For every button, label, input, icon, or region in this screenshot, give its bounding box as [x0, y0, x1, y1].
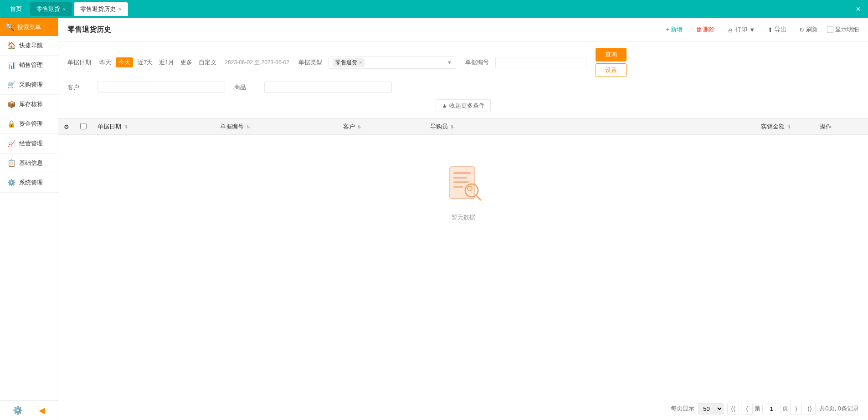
customer-filter-label: 客户 [67, 83, 93, 92]
operations-icon: 📈 [7, 139, 15, 148]
filter-row-1: 单据日期 昨天 今天 近7天 近1月 更多 自定义 2023-06-02 至 2… [67, 48, 859, 77]
tab-retail-return[interactable]: 零售退货 × [30, 2, 72, 16]
table-header-customer[interactable]: 客户 ⇅ [338, 119, 425, 135]
show-detail-checkbox[interactable] [827, 26, 833, 33]
sidebar-item-basic-info[interactable]: 📋 基础信息 [0, 154, 58, 173]
date-option-1month[interactable]: 近1月 [157, 57, 176, 67]
tab-retail-return-history-label: 零售退货历史 [80, 5, 116, 13]
date-option-7days[interactable]: 近7天 [136, 57, 154, 67]
content-area: 零售退货历史 + 新增 🗑 删除 🖨 打印 ▼ ⬆ 导出 ↻ 刷新 [58, 18, 868, 420]
home-icon: 🏠 [7, 41, 15, 50]
export-label: 导出 [775, 26, 786, 34]
voucher-no-label: 单据编号 [465, 58, 491, 67]
sidebar-item-purchase[interactable]: 🛒 采购管理 [0, 75, 58, 95]
table-header-row: ⚙ 单据日期 ⇅ 单据编号 ⇅ 客户 [58, 119, 868, 135]
type-filter-label: 单据类型 [298, 58, 324, 67]
filter-area: 单据日期 昨天 今天 近7天 近1月 更多 自定义 2023-06-02 至 2… [58, 41, 868, 119]
date-option-more[interactable]: 更多 [179, 57, 194, 67]
sidebar-item-sales[interactable]: 📊 销售管理 [0, 56, 58, 75]
query-button[interactable]: 查询 [596, 48, 627, 61]
empty-icon [441, 162, 486, 208]
new-button[interactable]: + 新增 [662, 24, 686, 36]
print-dropdown-icon: ▼ [749, 26, 755, 33]
sidebar-item-operations[interactable]: 📈 经营管理 [0, 134, 58, 154]
collapse-filter-button[interactable]: ▲ 收起更多条件 [436, 99, 490, 112]
sidebar-search[interactable]: 🔍 搜索菜单 [0, 18, 58, 36]
sidebar-item-system[interactable]: ⚙️ 系统管理 [0, 173, 58, 193]
purchase-icon: 🛒 [7, 81, 15, 89]
sidebar-item-quick-nav[interactable]: 🏠 快捷导航 [0, 36, 58, 56]
sales-icon: 📊 [7, 61, 15, 69]
sidebar-bottom: ⚙️ ◀ [0, 400, 58, 420]
delete-button[interactable]: 🗑 删除 [692, 24, 719, 36]
tab-retail-return-history-close[interactable]: × [118, 6, 121, 12]
settings-bottom-icon[interactable]: ⚙️ [13, 405, 23, 415]
print-icon: 🖨 [728, 26, 734, 33]
first-page-button[interactable]: ⟨⟨ [727, 403, 739, 415]
customer-placeholder: ... [102, 84, 107, 91]
tab-home[interactable]: 首页 [4, 2, 28, 16]
date-option-today[interactable]: 今天 [116, 57, 133, 67]
sidebar-search-label: 搜索菜单 [17, 23, 41, 31]
empty-state: 暂无数据 [58, 135, 868, 249]
sidebar-item-finance[interactable]: 🔒 资金管理 [0, 114, 58, 134]
filter-action-buttons: 查询 设置 [596, 48, 627, 77]
type-filter-tag-text: 零售退货 [335, 59, 357, 67]
prev-page-button[interactable]: ⟨ [741, 403, 753, 415]
voucher-no-input[interactable] [495, 57, 586, 68]
page-number-input[interactable] [762, 404, 781, 414]
sort-customer-icon: ⇅ [357, 124, 361, 129]
table-header-voucher-no[interactable]: 单据编号 ⇅ [215, 119, 337, 135]
show-detail-toggle[interactable]: 显示明细 [827, 26, 859, 34]
page-actions: + 新增 🗑 删除 🖨 打印 ▼ ⬆ 导出 ↻ 刷新 显示明细 [662, 24, 859, 36]
page-unit: 页 [782, 405, 788, 413]
type-filter-group: 单据类型 零售退货 × ▼ [298, 56, 456, 69]
table-settings-col[interactable]: ⚙ [58, 119, 75, 135]
svg-rect-4 [453, 186, 463, 188]
sort-voucher-icon: ⇅ [247, 124, 250, 129]
print-label: 打印 [735, 26, 747, 34]
sidebar-item-finance-label: 资金管理 [19, 120, 43, 128]
table-header-guide[interactable]: 导购员 ⇅ [425, 119, 529, 135]
table-select-all-checkbox[interactable] [80, 123, 87, 129]
date-option-custom[interactable]: 自定义 [197, 57, 218, 67]
customer-filter-input[interactable]: ... [98, 82, 225, 93]
type-dropdown-arrow[interactable]: ▼ [447, 60, 452, 65]
date-option-yesterday[interactable]: 昨天 [98, 57, 113, 67]
table-header-date-label: 单据日期 [98, 123, 121, 130]
export-button[interactable]: ⬆ 导出 [764, 24, 790, 36]
svg-rect-1 [453, 172, 471, 174]
data-table: ⚙ 单据日期 ⇅ 单据编号 ⇅ 客户 [58, 119, 868, 249]
table-header-amount-label: 实销金额 [761, 123, 785, 130]
goods-filter-input[interactable]: ... [264, 82, 392, 93]
print-button[interactable]: 🖨 打印 ▼ [724, 24, 759, 36]
page-navigation: ⟨⟨ ⟨ 第 页 ⟩ ⟩⟩ [727, 403, 816, 415]
date-options: 昨天 今天 近7天 近1月 更多 自定义 [98, 57, 218, 67]
sort-amount-icon: ⇅ [787, 124, 791, 129]
refresh-button[interactable]: ↻ 刷新 [796, 24, 822, 36]
sidebar-item-purchase-label: 采购管理 [19, 81, 43, 89]
search-icon: 🔍 [5, 23, 15, 31]
window-close-button[interactable]: × [852, 5, 864, 14]
table-header-date[interactable]: 单据日期 ⇅ [92, 119, 215, 135]
set-button[interactable]: 设置 [596, 63, 627, 77]
svg-rect-2 [453, 177, 467, 179]
table-header-amount: 实销金额 ⇅ 操作 [529, 119, 868, 135]
next-page-button[interactable]: ⟩ [790, 403, 802, 415]
date-range-display: 2023-06-02 至 2023-06-02 [225, 59, 289, 67]
last-page-button[interactable]: ⟩⟩ [804, 403, 816, 415]
table-header-actions-label: 操作 [820, 123, 832, 130]
tab-retail-return-close[interactable]: × [63, 6, 66, 12]
tab-retail-return-history[interactable]: 零售退货历史 × [74, 2, 128, 16]
per-page-select[interactable]: 50 10 20 100 [698, 403, 724, 415]
customer-filter-group: 客户 ... [67, 82, 225, 93]
goods-filter-group: 商品 ... [234, 82, 392, 93]
sort-date-icon: ⇅ [124, 124, 128, 129]
table-header-customer-label: 客户 [343, 123, 355, 130]
collapse-sidebar-icon[interactable]: ◀ [39, 405, 45, 415]
sidebar-item-inventory[interactable]: 📦 库存核算 [0, 95, 58, 114]
type-filter-tag: 零售退货 × [333, 58, 365, 67]
type-filter-tag-close[interactable]: × [359, 60, 362, 65]
type-filter-container[interactable]: 零售退货 × ▼ [329, 56, 456, 69]
voucher-no-filter-group: 单据编号 [465, 57, 586, 68]
